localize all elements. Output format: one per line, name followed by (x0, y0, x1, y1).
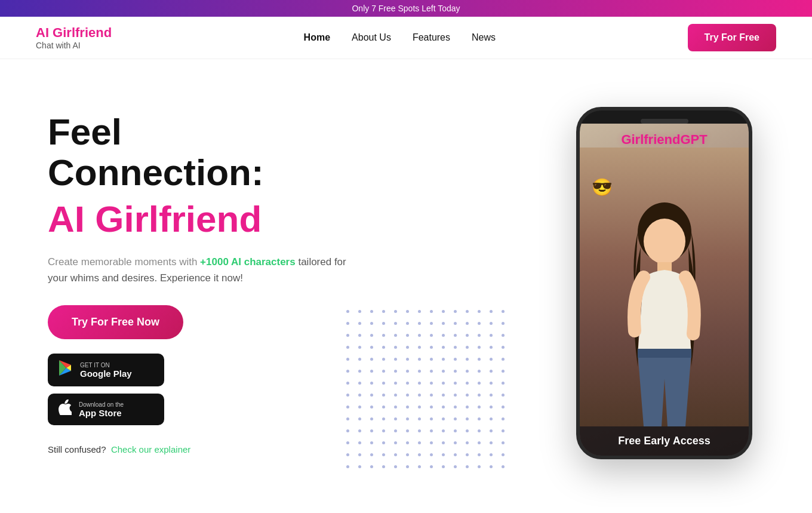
google-play-text: GET IT ON Google Play (80, 362, 132, 379)
logo-title: AI Girlfriend (36, 25, 112, 41)
app-store-bottom: App Store (79, 408, 124, 418)
emoji-sunglasses: 😎 (592, 177, 613, 197)
header: AI Girlfriend Chat with AI Home About Us… (0, 17, 812, 59)
nav: Home About Us Features News (304, 32, 496, 43)
hero-headline-black: Feel Connection: (48, 112, 346, 193)
banner-text: Only 7 Free Spots Left Today (352, 4, 460, 13)
google-play-badge[interactable]: GET IT ON Google Play (48, 354, 164, 386)
nav-about[interactable]: About Us (352, 32, 391, 43)
phone-device: GirlfriendGPT 😎 (576, 107, 752, 459)
nav-home[interactable]: Home (304, 32, 330, 43)
phone-mockup: GirlfriendGPT 😎 (576, 107, 752, 459)
phone-notch (641, 119, 688, 124)
hero-desc-highlight: +1000 AI characters (200, 256, 296, 268)
still-confused-label: Still confused? (48, 444, 106, 454)
hero-description: Create memorable moments with +1000 AI c… (48, 254, 346, 286)
app-store-text: Download on the App Store (79, 401, 124, 418)
hero-section: Feel Connection: AI Girlfriend Create me… (0, 59, 812, 507)
apple-icon (59, 400, 72, 419)
hero-left: Feel Connection: AI Girlfriend Create me… (48, 112, 346, 455)
top-banner: Only 7 Free Spots Left Today (0, 0, 812, 17)
dot-grid-decoration (346, 310, 510, 474)
phone-bottom-label: Free Early Access (580, 426, 749, 456)
logo-subtitle: Chat with AI (36, 41, 112, 50)
phone-girl-image: 😎 (580, 148, 749, 426)
svg-point-2 (644, 219, 685, 264)
nav-features[interactable]: Features (413, 32, 450, 43)
app-store-top: Download on the (79, 401, 124, 408)
svg-rect-4 (638, 349, 691, 358)
google-play-bottom: Google Play (80, 368, 132, 379)
app-store-badge[interactable]: Download on the App Store (48, 394, 164, 425)
hero-desc-part1: Create memorable moments with (48, 256, 197, 268)
hero-try-free-button[interactable]: Try For Free Now (48, 305, 183, 339)
girl-figure (605, 199, 724, 426)
still-confused-text: Still confused? Check our explainer (48, 444, 346, 454)
nav-news[interactable]: News (472, 32, 496, 43)
store-badges: GET IT ON Google Play Download on the Ap… (48, 354, 346, 425)
hero-headline-pink: AI Girlfriend (48, 199, 346, 239)
logo: AI Girlfriend Chat with AI (36, 25, 112, 50)
phone-screen: GirlfriendGPT 😎 (580, 124, 749, 456)
header-try-button[interactable]: Try For Free (688, 24, 776, 51)
explainer-link[interactable]: Check our explainer (111, 444, 190, 454)
google-play-top: GET IT ON (80, 362, 132, 368)
google-play-icon (59, 360, 73, 380)
phone-app-label: GirlfriendGPT (615, 124, 713, 148)
